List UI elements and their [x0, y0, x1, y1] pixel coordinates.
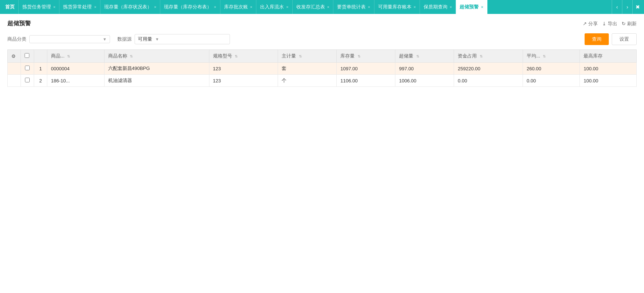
th-product-name[interactable]: 商品名称 ⇅ — [104, 50, 209, 63]
query-button[interactable]: 查询 — [585, 33, 609, 45]
select-all-checkbox[interactable] — [25, 53, 29, 58]
settings-gear-icon: ⚙ — [11, 53, 16, 59]
nav-next-button[interactable]: › — [622, 0, 632, 14]
close-tab-inventory-dist[interactable]: × — [214, 5, 216, 9]
th-spec[interactable]: 规格型号 ⇅ — [209, 50, 278, 63]
nav-tab-task-mgmt[interactable]: 拣货任务管理 × — [19, 0, 59, 14]
row-checkbox-cell[interactable] — [21, 63, 34, 75]
datasource-value: 可用量 — [138, 36, 152, 42]
row-index-cell: 1 — [34, 63, 47, 75]
row-settings-cell — [8, 75, 21, 87]
th-stock[interactable]: 库存量 ⇅ — [337, 50, 395, 63]
nav-tab-batch-account[interactable]: 库存批次账 × — [220, 0, 256, 14]
sort-icon-spec: ⇅ — [235, 54, 238, 58]
close-tab-overstock-warning[interactable]: × — [481, 5, 483, 9]
row-max-stock: 100.00 — [580, 75, 637, 87]
sort-icon-product-name: ⇅ — [130, 54, 133, 58]
th-capital[interactable]: 资金占用 ⇅ — [454, 50, 523, 63]
nav-tab-order-stats[interactable]: 要货单统计表 × — [333, 0, 374, 14]
export-button[interactable]: ⤓ 导出 — [602, 21, 617, 27]
row-product-code: 0000004 — [47, 63, 105, 75]
row-capital: 259220.00 — [454, 63, 523, 75]
share-button[interactable]: ↗ 分享 — [583, 21, 598, 27]
th-overstock[interactable]: 超储量 ⇅ — [395, 50, 454, 63]
th-unit[interactable]: 主计量 ⇅ — [278, 50, 337, 63]
export-icon: ⤓ — [602, 21, 606, 26]
nav-tab-home[interactable]: 首页 — [1, 0, 19, 14]
th-product-code[interactable]: 商品... ⇅ — [47, 50, 105, 63]
row-settings-cell — [8, 63, 21, 75]
row-unit: 个 — [278, 75, 337, 87]
category-filter: 商品分类 ▼ — [7, 35, 110, 43]
page-title: 超储预警 — [7, 20, 31, 27]
row-overstock: 1006.00 — [395, 75, 454, 87]
filter-row: 商品分类 ▼ 数据源 可用量 ▼ 查询 设置 — [7, 33, 637, 45]
row-checkbox-0[interactable] — [25, 66, 30, 70]
row-spec: 123 — [209, 75, 278, 87]
action-buttons: 查询 设置 — [585, 33, 637, 45]
table-row: 2 186-10... 机油滤清器 123 个 1106.00 1006.00 … — [8, 75, 637, 87]
refresh-icon: ↻ — [622, 21, 626, 26]
nav-tab-quality-check[interactable]: 保质期查询 × — [420, 0, 456, 14]
nav-expand-button[interactable]: ✖ — [632, 0, 643, 14]
close-tab-order-stats[interactable]: × — [368, 5, 370, 9]
header-actions: ↗ 分享 ⤓ 导出 ↻ 刷新 — [583, 21, 637, 27]
data-table: ⚙ 商品... ⇅ 商品名称 ⇅ 规格型号 ⇅ — [7, 49, 637, 87]
th-index — [34, 50, 47, 63]
row-checkbox-1[interactable] — [25, 78, 30, 82]
datasource-select[interactable]: 可用量 ▼ — [135, 34, 230, 44]
close-tab-quality-check[interactable]: × — [450, 5, 452, 9]
th-max-stock[interactable]: 最高库存 — [580, 50, 637, 63]
share-icon: ↗ — [583, 21, 587, 26]
row-avg: 260.00 — [523, 63, 580, 75]
nav-tab-abnormal[interactable]: 拣货异常处理 × — [59, 0, 100, 14]
row-product-name: 六配套新昌490BPG — [104, 63, 209, 75]
th-checkbox[interactable] — [21, 50, 34, 63]
row-overstock: 997.00 — [395, 63, 454, 75]
chevron-down-icon: ▼ — [103, 37, 107, 41]
sort-icon-stock: ⇅ — [358, 54, 361, 58]
category-label: 商品分类 — [7, 36, 26, 42]
close-tab-batch-account[interactable]: × — [250, 5, 252, 9]
settings-button[interactable]: 设置 — [612, 33, 637, 45]
row-product-name: 机油滤清器 — [104, 75, 209, 87]
close-tab-inventory-status[interactable]: × — [154, 5, 156, 9]
page-header: 超储预警 ↗ 分享 ⤓ 导出 ↻ 刷新 — [7, 20, 637, 27]
nav-prev-button[interactable]: ‹ — [612, 0, 622, 14]
chevron-down-icon-2: ▼ — [155, 37, 159, 41]
row-checkbox-cell[interactable] — [21, 75, 34, 87]
row-avg: 0.00 — [523, 75, 580, 87]
row-stock: 1106.00 — [337, 75, 395, 87]
close-tab-abnormal[interactable]: × — [94, 5, 96, 9]
row-product-code: 186-10... — [47, 75, 105, 87]
th-avg[interactable]: 平均... ⇅ — [523, 50, 580, 63]
row-max-stock: 100.00 — [580, 63, 637, 75]
row-index-cell: 2 — [34, 75, 47, 87]
row-unit: 套 — [278, 63, 337, 75]
nav-tab-overstock-warning[interactable]: 超储预警 × — [456, 0, 487, 14]
nav-tab-in-out-flow[interactable]: 出入库流水 × — [256, 0, 292, 14]
th-settings[interactable]: ⚙ — [8, 50, 21, 63]
table-header-row: ⚙ 商品... ⇅ 商品名称 ⇅ 规格型号 ⇅ — [8, 50, 637, 63]
page-content: 超储预警 ↗ 分享 ⤓ 导出 ↻ 刷新 商品分类 ▼ 数据源 — [0, 14, 644, 293]
nav-tab-available-account[interactable]: 可用量库存账本 × — [374, 0, 420, 14]
close-tab-available-account[interactable]: × — [414, 5, 416, 9]
nav-arrows: ‹ › ✖ — [612, 0, 643, 14]
nav-tab-inventory-status[interactable]: 现存量（库存状况表） × — [100, 0, 160, 14]
row-spec: 123 — [209, 63, 278, 75]
close-tab-task-mgmt[interactable]: × — [53, 5, 55, 9]
refresh-button[interactable]: ↻ 刷新 — [622, 21, 637, 27]
category-select[interactable]: ▼ — [29, 35, 110, 43]
sort-icon-product-code: ⇅ — [67, 54, 70, 58]
sort-icon-overstock: ⇅ — [416, 54, 419, 58]
table-row: 1 0000004 六配套新昌490BPG 123 套 1097.00 997.… — [8, 63, 637, 75]
row-capital: 0.00 — [454, 75, 523, 87]
nav-tab-inventory-dist[interactable]: 现存量（库存分布表） × — [160, 0, 220, 14]
close-tab-collect-summary[interactable]: × — [327, 5, 329, 9]
datasource-label: 数据源 — [117, 36, 132, 42]
datasource-filter: 数据源 可用量 ▼ — [117, 34, 230, 44]
nav-tab-collect-summary[interactable]: 收发存汇总表 × — [293, 0, 333, 14]
sort-icon-capital: ⇅ — [480, 54, 483, 58]
sort-icon-unit: ⇅ — [299, 54, 302, 58]
close-tab-in-out-flow[interactable]: × — [286, 5, 288, 9]
